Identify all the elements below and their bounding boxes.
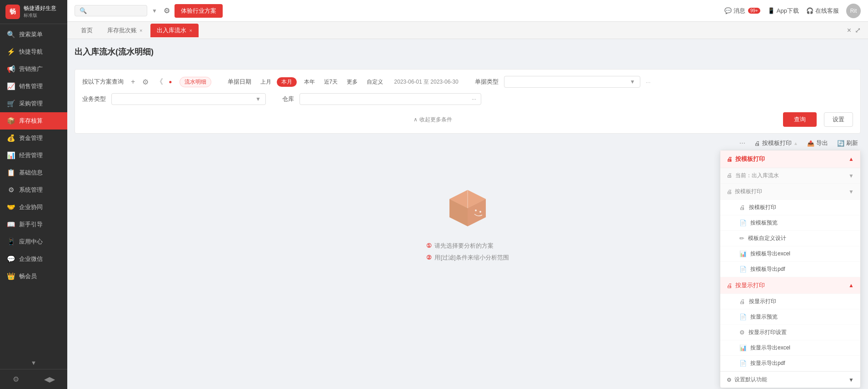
sidebar-item-apps[interactable]: 📱应用中心 [0, 233, 67, 250]
setting-button[interactable]: 设置 [824, 112, 853, 127]
sidebar-item-purchase[interactable]: 🛒采购管理 [0, 95, 67, 112]
print-template-button[interactable]: 🖨 按模板打印 ▲ [752, 137, 801, 149]
topbar-app-download[interactable]: 📱 App下载 [768, 7, 799, 15]
tab-batch[interactable]: 库存批次账× [101, 24, 149, 37]
date-label: 单据日期 [228, 78, 251, 86]
query-button[interactable]: 查询 [783, 112, 817, 127]
sidebar-label-finance: 资金管理 [19, 134, 43, 142]
date-option-last7[interactable]: 近7天 [320, 77, 342, 87]
type-select[interactable]: ▼ [504, 76, 640, 88]
sidebar-label-sales: 销售管理 [19, 82, 43, 90]
dropdown-template-print[interactable]: 🖨 按模板打印 [720, 200, 860, 215]
date-option-this_month[interactable]: 本月 [277, 77, 297, 87]
refresh-icon: 🔄 [837, 140, 844, 147]
sidebar-item-operations[interactable]: 📊经营管理 [0, 147, 67, 164]
dropdown-template-pdf[interactable]: 📄 按模板导出pdf [720, 262, 860, 277]
sidebar-item-wechat[interactable]: 💬企业微信 [0, 250, 67, 268]
dropdown-item-template-section-header[interactable]: 🖨 按模板打印 ▼ [720, 184, 860, 200]
date-option-custom[interactable]: 自定义 [363, 77, 387, 87]
tab-label-batch: 库存批次账 [107, 26, 137, 35]
printer-section-icon: 🖨 [727, 189, 732, 195]
headset-icon: 🎧 [806, 7, 813, 14]
sidebar-settings-icon[interactable]: ⚙ [8, 373, 24, 385]
topbar-dropdown-icon[interactable]: ▼ [152, 8, 157, 14]
sidebar-icon-wechat: 💬 [6, 255, 15, 263]
filter-add-button[interactable]: + [131, 78, 135, 86]
svg-point-6 [479, 211, 481, 213]
sidebar-label-cooperation: 企业协同 [19, 203, 43, 211]
date-option-this_year[interactable]: 本年 [300, 77, 319, 87]
message-icon: 💬 [724, 7, 732, 14]
dropdown-display-excel[interactable]: 📊 按显示导出excel [720, 340, 860, 356]
logo-version: 标准版 [24, 12, 56, 19]
date-option-prev_month[interactable]: 上月 [257, 77, 275, 87]
topbar-gear-icon[interactable]: ⚙ [164, 6, 170, 15]
tab-flow[interactable]: 出入库流水× [150, 24, 198, 37]
sidebar-item-system[interactable]: ⚙系统管理 [0, 181, 67, 199]
sidebar-item-search[interactable]: 🔍搜索菜单 [0, 26, 67, 43]
biz-type-select[interactable]: ▼ [111, 93, 266, 105]
sidebar-icon-purchase: 🛒 [6, 100, 15, 108]
filter-collapse-button[interactable]: 《 [156, 77, 163, 87]
dropdown-display-print[interactable]: 🖨 按显示打印 [720, 294, 860, 309]
display-section-expand[interactable]: ▲ [848, 282, 854, 289]
tab-maximize-button[interactable]: ⤢ [855, 26, 861, 35]
dropdown-collapse-icon[interactable]: ▲ [848, 156, 854, 162]
dropdown-display-preview[interactable]: 📄 按显示预览 [720, 309, 860, 325]
filter-settings-button[interactable]: ⚙ [142, 78, 149, 86]
svg-point-5 [475, 209, 477, 211]
filter-bottom: ∧ 收起更多条件 查询 设置 [82, 110, 853, 127]
dropdown-template-custom[interactable]: ✏ 模板自定义设计 [720, 231, 860, 246]
warehouse-select[interactable]: ··· [299, 93, 481, 105]
sidebar-item-guide[interactable]: 📖新手引导 [0, 216, 67, 233]
toolbar-more-dots[interactable]: ··· [737, 139, 748, 147]
message-label: 消息 [733, 7, 745, 15]
dropdown-header[interactable]: 🖨 按模板打印 ▲ [720, 150, 860, 168]
page-header: 出入库流水(流水明细) [75, 46, 861, 65]
collapse-btn[interactable]: ∧ 收起更多条件 [414, 116, 452, 124]
dropdown-display-pdf[interactable]: 📄 按显示导出pdf [720, 356, 860, 371]
template-section-expand[interactable]: ▼ [848, 189, 854, 195]
sidebar-label-apps: 应用中心 [19, 238, 43, 246]
sidebar-item-sales[interactable]: 📈销售管理 [0, 78, 67, 95]
dropdown-display-section-header[interactable]: 🖨 按显示打印 ▲ [720, 277, 860, 294]
sidebar-item-member[interactable]: 👑畅会员 [0, 268, 67, 285]
app-logo: 畅 畅捷通好生意 标准版 [0, 0, 67, 24]
topbar-message[interactable]: 💬 消息 99+ [724, 7, 760, 15]
dropdown-display-settings[interactable]: ⚙ 按显示打印设置 [720, 325, 860, 340]
dropdown-current-expand[interactable]: ▼ [848, 173, 854, 179]
sidebar-label-basic: 基础信息 [19, 169, 43, 177]
trial-button[interactable]: 体验行业方案 [175, 4, 223, 18]
sidebar-item-cooperation[interactable]: 🤝企业协同 [0, 199, 67, 216]
tab-close-all-button[interactable]: × [847, 26, 851, 35]
type-more-icon[interactable]: ··· [646, 79, 651, 85]
sidebar-item-finance[interactable]: 💰资金管理 [0, 130, 67, 147]
sidebar-scroll-down[interactable]: ▼ [0, 356, 67, 369]
sidebar-item-inventory[interactable]: 📦库存核算 [0, 112, 67, 130]
sidebar-item-basic[interactable]: 📋基础信息 [0, 164, 67, 181]
sidebar-item-shortcut[interactable]: ⚡快捷导航 [0, 43, 67, 60]
tab-close-batch[interactable]: × [140, 28, 142, 33]
sidebar-collapse-icon[interactable]: ◀▶ [40, 373, 60, 385]
dropdown-template-preview[interactable]: 📄 按模板预览 [720, 215, 860, 231]
collapse-icon: ∧ [414, 116, 418, 123]
user-avatar[interactable]: Rit [846, 4, 861, 18]
topbar-search-box[interactable]: 🔍 [75, 5, 147, 16]
tab-home[interactable]: 首页 [75, 24, 99, 37]
topbar-online-service[interactable]: 🎧 在线客服 [806, 7, 839, 15]
tab-label-home: 首页 [81, 26, 93, 35]
date-option-more[interactable]: 更多 [343, 77, 361, 87]
tab-bar: 首页库存批次账×出入库流水× × ⤢ [67, 22, 868, 39]
sidebar-label-purchase: 采购管理 [19, 100, 43, 108]
refresh-button[interactable]: 🔄 刷新 [834, 137, 861, 149]
dropdown-footer[interactable]: ⚙ 设置默认功能 ▼ [720, 371, 860, 388]
type-select-arrow: ▼ [630, 79, 635, 85]
dropdown-template-excel[interactable]: 📊 按模板导出excel [720, 246, 860, 262]
tab-close-flow[interactable]: × [189, 28, 192, 33]
biz-type-label: 业务类型 [82, 95, 106, 103]
sidebar-item-marketing[interactable]: 📢营销推广 [0, 60, 67, 78]
flow-chip[interactable]: 流水明细 [180, 77, 211, 87]
search-input[interactable] [89, 8, 142, 14]
dropdown-current-row: 🖨 当前：出入库流水 ▼ [720, 168, 860, 184]
export-button[interactable]: 📤 导出 [804, 137, 831, 149]
